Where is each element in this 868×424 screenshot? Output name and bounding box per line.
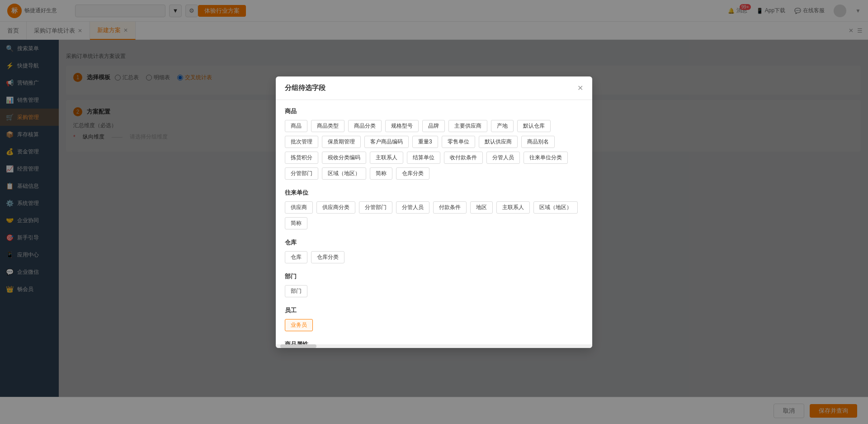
- employee-section-title: 员工: [285, 306, 583, 314]
- field-chip[interactable]: 商品分类: [348, 120, 382, 132]
- modal-title: 分组待选字段: [285, 84, 326, 92]
- field-chip[interactable]: 收付款条件: [444, 152, 483, 164]
- field-chip[interactable]: 主要供应商: [448, 120, 487, 132]
- field-chip[interactable]: 供应商: [285, 201, 313, 214]
- field-chip[interactable]: 简称: [285, 217, 307, 229]
- field-chip[interactable]: 结算单位: [407, 152, 440, 164]
- modal-close-button[interactable]: ✕: [577, 84, 583, 92]
- modal-overlay: 分组待选字段 ✕ 商品 商品商品类型商品分类规格型号品牌主要供应商产地默认仓库批…: [0, 0, 868, 424]
- department-section: 部门 部门: [285, 272, 583, 297]
- warehouse-section-title: 仓库: [285, 238, 583, 247]
- product-attr-section: 商品属性 属性颜色多规格尺码鞋码1: [285, 340, 583, 344]
- field-chip[interactable]: 供应商分类: [316, 201, 355, 214]
- field-chip[interactable]: 往来单位分类: [524, 152, 568, 164]
- field-chip[interactable]: 区域（地区）: [322, 167, 366, 180]
- field-chip[interactable]: 分管人员: [486, 152, 520, 164]
- field-chip[interactable]: 拣货积分: [285, 152, 318, 164]
- field-chip[interactable]: 默认供应商: [479, 136, 518, 148]
- field-chip[interactable]: 产地: [491, 120, 514, 132]
- modal-body[interactable]: 商品 商品商品类型商品分类规格型号品牌主要供应商产地默认仓库批次管理保质期管理客…: [276, 100, 592, 344]
- warehouse-section: 仓库 仓库仓库分类: [285, 238, 583, 263]
- field-chip[interactable]: 客户商品编码: [364, 136, 409, 148]
- field-chip[interactable]: 区域（地区）: [533, 201, 578, 214]
- field-chip[interactable]: 分管人员: [396, 201, 429, 214]
- field-chip[interactable]: 税收分类编码: [322, 152, 366, 164]
- field-chip[interactable]: 地区: [470, 201, 493, 214]
- field-chip[interactable]: 仓库分类: [396, 167, 429, 180]
- field-chip[interactable]: 重量3: [412, 136, 438, 148]
- field-chip[interactable]: 主联系人: [370, 152, 403, 164]
- field-chip[interactable]: 商品: [285, 120, 307, 132]
- field-chip[interactable]: 商品别名: [521, 136, 555, 148]
- field-chip[interactable]: 默认仓库: [517, 120, 551, 132]
- product-chips: 商品商品类型商品分类规格型号品牌主要供应商产地默认仓库批次管理保质期管理客户商品…: [285, 120, 583, 180]
- field-chip[interactable]: 仓库: [285, 251, 307, 263]
- field-chip[interactable]: 分管部门: [359, 201, 392, 214]
- modal-horizontal-scrollbar[interactable]: [276, 344, 592, 348]
- modal-header: 分组待选字段 ✕: [276, 76, 592, 100]
- field-chip[interactable]: 业务员: [285, 319, 313, 331]
- field-chip[interactable]: 部门: [285, 285, 307, 297]
- field-chip[interactable]: 仓库分类: [311, 251, 344, 263]
- field-chip[interactable]: 零售单位: [442, 136, 475, 148]
- field-chip[interactable]: 批次管理: [285, 136, 318, 148]
- field-selection-modal: 分组待选字段 ✕ 商品 商品商品类型商品分类规格型号品牌主要供应商产地默认仓库批…: [276, 76, 592, 348]
- field-chip[interactable]: 商品类型: [311, 120, 344, 132]
- warehouse-chips: 仓库仓库分类: [285, 251, 583, 263]
- partner-chips: 供应商供应商分类分管部门分管人员付款条件地区主联系人区域（地区）简称: [285, 201, 583, 229]
- field-chip[interactable]: 分管部门: [285, 167, 318, 180]
- employee-section: 员工 业务员: [285, 306, 583, 331]
- partner-section-title: 往来单位: [285, 189, 583, 197]
- field-chip[interactable]: 品牌: [422, 120, 445, 132]
- partner-section: 往来单位 供应商供应商分类分管部门分管人员付款条件地区主联系人区域（地区）简称: [285, 189, 583, 229]
- modal-hscroll-thumb: [280, 344, 316, 348]
- field-chip[interactable]: 规格型号: [385, 120, 419, 132]
- field-chip[interactable]: 保质期管理: [322, 136, 361, 148]
- department-section-title: 部门: [285, 272, 583, 281]
- product-section-title: 商品: [285, 107, 583, 115]
- department-chips: 部门: [285, 285, 583, 297]
- field-chip[interactable]: 付款条件: [433, 201, 467, 214]
- employee-chips: 业务员: [285, 319, 583, 331]
- field-chip[interactable]: 主联系人: [496, 201, 530, 214]
- field-chip[interactable]: 简称: [370, 167, 392, 180]
- product-attr-section-title: 商品属性: [285, 340, 583, 344]
- product-section: 商品 商品商品类型商品分类规格型号品牌主要供应商产地默认仓库批次管理保质期管理客…: [285, 107, 583, 180]
